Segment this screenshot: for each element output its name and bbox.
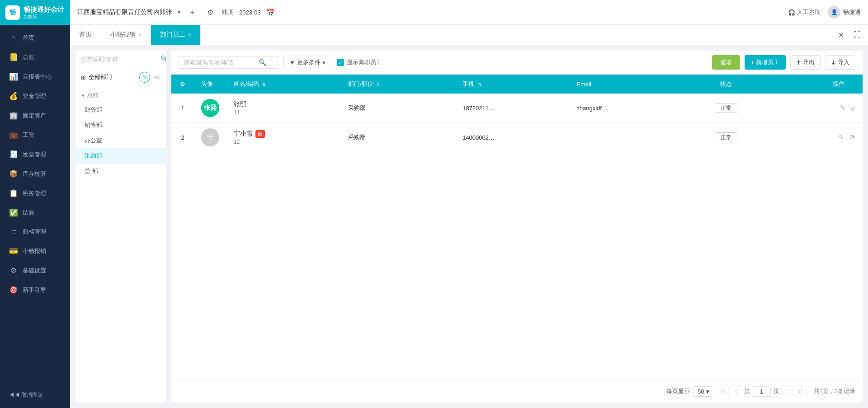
dept-node-caiwubu[interactable]: 财务部 bbox=[75, 102, 166, 117]
nav-icon-expense2: 💳 bbox=[9, 247, 18, 255]
tab-close-panel-button[interactable]: ✕ bbox=[835, 28, 847, 41]
nav-icon-settings: ⚙ bbox=[9, 266, 18, 275]
add-employee-button[interactable]: + 新增员工 bbox=[745, 55, 786, 70]
edit-icon-1[interactable]: ✎ bbox=[840, 104, 846, 112]
avatar: 👤 bbox=[828, 6, 840, 19]
next-page-button[interactable]: ⟩ bbox=[781, 385, 793, 397]
top-bar: 江西服宝精品有限责任公司内账张 ▾ ＋ ⚙ 账期 2023-03 📅 🎧 人工咨… bbox=[70, 0, 868, 25]
calendar-icon[interactable]: 📅 bbox=[266, 8, 275, 17]
sidebar-item-inventory[interactable]: 📦库存核算 bbox=[0, 164, 70, 183]
cancel-fixed-button[interactable]: ◀◀ 取消固定 bbox=[0, 387, 70, 403]
dept-cell-1: 采购部 bbox=[341, 94, 455, 123]
edit-icon-2[interactable]: ✎ bbox=[838, 133, 844, 141]
table-row: 2 宁 宁小雪 应 bbox=[171, 123, 863, 152]
dept-search-input[interactable] bbox=[81, 56, 157, 62]
app-logo: 畅 畅捷通好会计 旗舰版 bbox=[0, 0, 70, 25]
nav-label-inventory: 库存核算 bbox=[23, 170, 46, 178]
export-icon: ⬆ bbox=[796, 59, 801, 66]
sort-name-icon: ⇅ bbox=[262, 82, 266, 87]
col-settings[interactable]: ⚙ bbox=[171, 75, 194, 94]
emp-name-2: 宁小雪 应 bbox=[234, 130, 334, 138]
employee-search-input[interactable] bbox=[184, 59, 256, 66]
status-badge-1: 正常 bbox=[715, 103, 737, 113]
dept-header: ⊞ 全部部门 ✎ ≪ bbox=[75, 67, 166, 87]
chevron-down-icon: ▾ bbox=[322, 59, 326, 66]
tab-expense[interactable]: 小畅报销 × bbox=[101, 25, 151, 45]
export-button[interactable]: ⬆ 导出 bbox=[790, 55, 821, 70]
sidebar-item-reports[interactable]: 📊云报表中心 bbox=[0, 67, 70, 86]
dept-node-caigoubu[interactable]: 采购部 bbox=[75, 148, 166, 164]
sidebar-item-tax[interactable]: 📋税务管理 bbox=[0, 183, 70, 203]
sidebar-item-expense2[interactable]: 💳小畅报销 bbox=[0, 241, 70, 261]
nav-icon-home: ⌂ bbox=[9, 34, 18, 42]
add-company-button[interactable]: ＋ bbox=[186, 6, 198, 19]
per-page-label: 每页显示 bbox=[666, 387, 690, 395]
user-info[interactable]: 👤 畅捷通 bbox=[828, 6, 861, 19]
nav-label-tax: 税务管理 bbox=[23, 189, 46, 197]
sidebar-item-home[interactable]: ⌂首页 bbox=[0, 28, 70, 47]
period-value: 2023-03 bbox=[239, 9, 261, 16]
sidebar-item-archive[interactable]: 🗂归档管理 bbox=[0, 222, 70, 241]
first-page-button[interactable]: ⟨⟨ bbox=[717, 385, 729, 397]
dept-collapse-button[interactable]: ≪ bbox=[154, 74, 160, 81]
nav-icon-inventory: 📦 bbox=[9, 169, 18, 178]
nav-label-archive: 归档管理 bbox=[23, 228, 46, 236]
dept-edit-button[interactable]: ✎ bbox=[139, 72, 150, 83]
sidebar-item-salary[interactable]: 💼工资 bbox=[0, 125, 70, 145]
col-name-code[interactable]: 姓名/编码 ⇅ bbox=[226, 75, 341, 94]
email-cell-2 bbox=[569, 123, 681, 152]
total-info: 共1页，2条记录 bbox=[814, 387, 855, 395]
col-phone[interactable]: 手机 ⇅ bbox=[455, 75, 569, 94]
dept-node-bangongshi[interactable]: 办公室 bbox=[75, 133, 166, 148]
tab-expense-close[interactable]: × bbox=[138, 32, 142, 38]
col-dept-position[interactable]: 部门/职位 ⇅ bbox=[341, 75, 455, 94]
more-filter-button[interactable]: ▼ 更多条件 ▾ bbox=[283, 56, 331, 69]
sidebar-item-settings[interactable]: ⚙基础设置 bbox=[0, 261, 70, 280]
ying-tag: 应 bbox=[255, 130, 265, 138]
nav-label-general-ledger: 总账 bbox=[23, 53, 34, 61]
delete-icon-2[interactable]: ⟳ bbox=[849, 133, 855, 141]
invite-button[interactable]: 邀请 bbox=[712, 55, 740, 70]
tab-dept-employee[interactable]: 部门员工 × bbox=[151, 25, 201, 45]
dept-node-zong-bu[interactable]: 总 部 bbox=[75, 164, 166, 179]
sidebar-item-fixed-assets[interactable]: 🏢固定资产 bbox=[0, 106, 70, 125]
employee-table-wrapper: ⚙ 头像 姓名/编码 ⇅ 部门/职位 ⇅ bbox=[171, 75, 863, 380]
nav-label-settings: 基础设置 bbox=[23, 267, 46, 275]
sidebar-item-general-ledger[interactable]: 📒总账 bbox=[0, 47, 70, 67]
row-number-1: 1 bbox=[171, 94, 194, 123]
tab-dept-close[interactable]: × bbox=[188, 32, 191, 38]
page-body: 🔍 ⊞ 全部部门 ✎ ≪ ▼ 总部 财务部 销售部 bbox=[70, 45, 868, 408]
dept-node-xiaoshoubu[interactable]: 销售部 bbox=[75, 117, 166, 133]
headset-icon: 🎧 bbox=[788, 9, 795, 16]
table-header: ⚙ 头像 姓名/编码 ⇅ 部门/职位 ⇅ bbox=[171, 75, 863, 94]
tab-home[interactable]: 首页 bbox=[70, 25, 101, 45]
left-panel: 🔍 ⊞ 全部部门 ✎ ≪ ▼ 总部 财务部 销售部 bbox=[75, 51, 166, 403]
sidebar-item-guide[interactable]: 🎯新手引导 bbox=[0, 280, 70, 300]
show-resigned-checkbox[interactable]: ✓ bbox=[337, 59, 344, 66]
sidebar-item-settlement[interactable]: ✅结账 bbox=[0, 203, 70, 222]
tab-expand-button[interactable]: ⛶ bbox=[851, 28, 863, 41]
show-resigned-checkbox-label[interactable]: ✓ 显示离职员工 bbox=[337, 58, 382, 66]
logout-icon-1[interactable]: ⎋ bbox=[851, 104, 855, 112]
show-resigned-label: 显示离职员工 bbox=[347, 58, 382, 66]
chevron-down-icon: ▾ bbox=[706, 388, 709, 395]
service-button[interactable]: 🎧 人工咨询 bbox=[788, 8, 821, 16]
company-dropdown-button[interactable]: ▾ bbox=[178, 9, 180, 15]
last-page-button[interactable]: ⟩⟩ bbox=[795, 385, 807, 397]
sidebar-item-invoice[interactable]: 🧾发票管理 bbox=[0, 145, 70, 164]
topbar-settings-button[interactable]: ⚙ bbox=[204, 6, 217, 19]
nav-icon-reports: 📊 bbox=[9, 72, 18, 81]
dept-search-icon[interactable]: 🔍 bbox=[160, 55, 166, 62]
dept-node-zongbu[interactable]: ▼ 总部 bbox=[75, 89, 166, 102]
emp-code-1: 11 bbox=[234, 109, 334, 116]
prev-page-button[interactable]: ⟨ bbox=[731, 385, 742, 397]
avatar-cell-1: 张熙 bbox=[194, 94, 226, 123]
employee-search-icon[interactable]: 🔍 bbox=[259, 59, 266, 66]
main-content: 江西服宝精品有限责任公司内账张 ▾ ＋ ⚙ 账期 2023-03 📅 🎧 人工咨… bbox=[70, 0, 868, 408]
col-status: 状态 bbox=[681, 75, 772, 94]
import-button[interactable]: ⬇ 导入 bbox=[825, 55, 855, 70]
sidebar-item-funds[interactable]: 💰资金管理 bbox=[0, 86, 70, 106]
per-page-select[interactable]: 50 ▾ bbox=[693, 386, 713, 397]
page-number-input[interactable] bbox=[753, 386, 771, 397]
dept-tree: ▼ 总部 财务部 销售部 办公室 采购部 总 部 bbox=[75, 87, 166, 403]
